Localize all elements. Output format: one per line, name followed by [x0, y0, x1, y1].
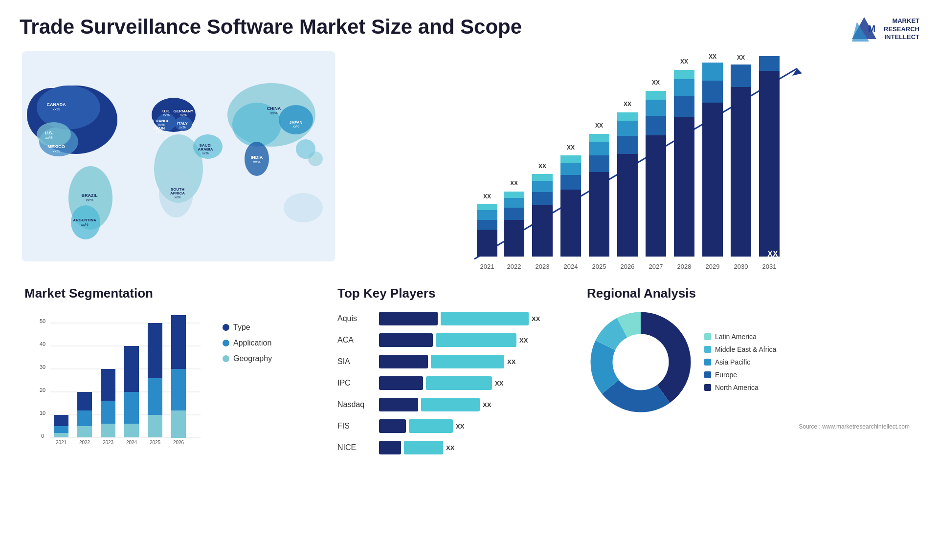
svg-text:JAPAN: JAPAN: [290, 120, 303, 125]
player-ipc: IPC: [337, 375, 372, 391]
svg-rect-71: [532, 192, 553, 205]
source-text: Source : www.marketresearchintellect.com: [587, 423, 910, 430]
svg-rect-149: [148, 323, 162, 378]
svg-text:2025: 2025: [592, 263, 606, 270]
bar-chart-section: XX 2021 XX 2022 XX 2023 XX 2024: [333, 49, 919, 288]
svg-rect-67: [504, 192, 524, 198]
svg-text:2026: 2026: [621, 263, 635, 270]
svg-point-7: [37, 86, 100, 129]
svg-point-19: [279, 105, 313, 134]
svg-rect-82: [589, 172, 609, 257]
svg-rect-144: [124, 392, 139, 424]
svg-rect-136: [77, 410, 92, 426]
svg-rect-152: [171, 369, 186, 410]
svg-rect-83: [589, 155, 609, 172]
svg-text:xx%: xx%: [253, 160, 260, 164]
svg-rect-137: [77, 392, 92, 410]
svg-rect-131: [54, 433, 68, 437]
svg-rect-66: [504, 198, 524, 208]
svg-text:2023: 2023: [536, 263, 550, 270]
svg-text:10: 10: [40, 410, 45, 416]
svg-rect-112: [731, 65, 751, 87]
legend-asia-pacific: Asia Pacific: [704, 358, 776, 366]
svg-rect-89: [617, 136, 638, 154]
svg-rect-59: [477, 220, 497, 230]
svg-text:2022: 2022: [79, 440, 90, 445]
header: Trade Surveillance Software Market Size …: [0, 0, 939, 49]
svg-text:0: 0: [41, 433, 44, 439]
svg-rect-141: [101, 369, 115, 401]
svg-text:xx%: xx%: [179, 126, 185, 129]
svg-point-160: [614, 335, 668, 389]
svg-text:2025: 2025: [150, 440, 161, 445]
svg-text:2031: 2031: [762, 263, 777, 270]
page-title: Trade Surveillance Software Market Size …: [20, 15, 522, 39]
svg-text:2028: 2028: [677, 263, 692, 270]
svg-text:ARABIA: ARABIA: [198, 147, 213, 151]
svg-text:XX: XX: [595, 122, 603, 129]
svg-rect-132: [54, 426, 68, 433]
svg-rect-97: [646, 91, 666, 100]
svg-text:FRANCE: FRANCE: [153, 119, 170, 123]
svg-rect-64: [504, 220, 524, 257]
svg-text:40: 40: [40, 341, 45, 347]
svg-text:INDIA: INDIA: [251, 155, 263, 160]
svg-rect-107: [702, 81, 723, 103]
svg-text:XX: XX: [567, 144, 575, 151]
svg-rect-153: [171, 315, 186, 369]
logo-text: MARKET RESEARCH INTELLECT: [884, 17, 919, 42]
svg-rect-70: [532, 205, 553, 257]
svg-rect-96: [646, 100, 666, 116]
legend-application: Application: [223, 339, 272, 347]
donut-chart: [587, 308, 694, 416]
svg-rect-85: [589, 134, 609, 142]
svg-text:XX: XX: [709, 54, 716, 60]
world-map: CANADA xx% U.S. xx% MEXICO xx% BRAZIL xx…: [22, 51, 335, 261]
svg-text:2023: 2023: [103, 440, 114, 445]
svg-text:M: M: [868, 24, 875, 34]
svg-rect-145: [124, 346, 139, 392]
svg-text:XX: XX: [767, 250, 778, 258]
svg-text:20: 20: [40, 387, 45, 393]
svg-rect-78: [560, 163, 581, 175]
svg-text:2022: 2022: [507, 263, 521, 270]
svg-text:XX: XX: [680, 58, 688, 65]
svg-rect-91: [617, 112, 638, 121]
svg-text:xx%: xx%: [156, 130, 162, 134]
svg-text:xx%: xx%: [45, 135, 52, 140]
svg-rect-115: [759, 71, 780, 257]
svg-rect-77: [560, 175, 581, 190]
svg-rect-106: [702, 103, 723, 257]
svg-rect-88: [617, 154, 638, 257]
svg-text:50: 50: [40, 318, 45, 324]
svg-text:XX: XX: [483, 193, 491, 200]
logo: M MARKET RESEARCH INTELLECT: [850, 15, 919, 44]
svg-text:XX: XX: [652, 79, 660, 86]
svg-text:xx%: xx%: [174, 195, 180, 199]
svg-text:xx%: xx%: [180, 113, 186, 117]
svg-text:XX: XX: [624, 101, 631, 108]
player-nice: NICE: [337, 440, 372, 455]
svg-rect-60: [477, 210, 497, 220]
svg-rect-108: [702, 63, 723, 81]
svg-rect-139: [101, 424, 115, 437]
svg-rect-58: [477, 230, 497, 257]
svg-rect-143: [124, 424, 139, 437]
legend-europe: Europe: [704, 371, 776, 379]
svg-text:XX: XX: [510, 180, 518, 187]
svg-text:CHINA: CHINA: [267, 106, 281, 111]
svg-rect-103: [674, 70, 694, 79]
svg-text:xx%: xx%: [163, 113, 169, 117]
svg-rect-116: [759, 56, 780, 71]
svg-rect-101: [674, 96, 694, 117]
svg-rect-73: [532, 174, 553, 181]
svg-text:xx%: xx%: [81, 222, 88, 227]
svg-rect-94: [646, 135, 666, 257]
svg-marker-57: [792, 68, 802, 76]
svg-text:xx%: xx%: [52, 149, 60, 153]
player-fis: FIS: [337, 418, 372, 434]
svg-text:2030: 2030: [734, 263, 748, 270]
svg-text:XX: XX: [737, 54, 745, 61]
svg-rect-135: [77, 426, 92, 437]
key-players-section: Top Key Players Aquis ACA SIA IPC Nasdaq…: [333, 283, 577, 458]
